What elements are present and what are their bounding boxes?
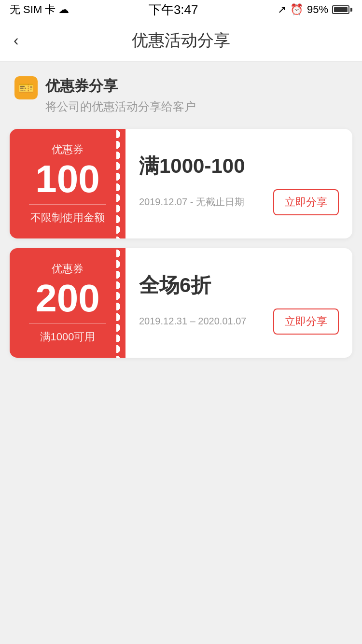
status-left: 无 SIM 卡 ☁ — [10, 2, 69, 17]
coupon-condition-1: 满1000可用 — [40, 330, 96, 344]
coupon-right-0: 满1000-100 2019.12.07 - 无截止日期 立即分享 — [125, 129, 352, 238]
coupon-card-0: 优惠券 100 不限制使用金额 满1000-100 2019.12.07 - 无… — [10, 129, 352, 238]
coupon-divider-0 — [29, 204, 106, 205]
status-time: 下午3:47 — [149, 1, 198, 18]
section-icon: 🎫 — [14, 76, 38, 99]
coupon-footer-0: 2019.12.07 - 无截止日期 立即分享 — [139, 189, 339, 215]
coupon-label-1: 优惠券 — [52, 262, 84, 276]
coupon-card-1: 优惠券 200 满1000可用 全场6折 2019.12.31 – 2020.0… — [10, 248, 352, 358]
section-subtitle: 将公司的优惠活动分享给客户 — [45, 99, 196, 114]
coupon-list: 优惠券 100 不限制使用金额 满1000-100 2019.12.07 - 无… — [0, 124, 362, 367]
coupon-left-0: 优惠券 100 不限制使用金额 — [10, 129, 125, 238]
battery-percent: 95% — [307, 3, 328, 16]
coupon-condition-0: 不限制使用金额 — [30, 210, 105, 225]
page-title: 优惠活动分享 — [132, 29, 230, 52]
share-button-1[interactable]: 立即分享 — [273, 308, 339, 335]
status-right: ↗ ⏰ 95% — [278, 3, 352, 16]
coupon-date-1: 2019.12.31 – 2020.01.07 — [139, 316, 268, 327]
coupon-footer-1: 2019.12.31 – 2020.01.07 立即分享 — [139, 308, 339, 335]
coupon-right-1: 全场6折 2019.12.31 – 2020.01.07 立即分享 — [125, 248, 352, 358]
back-button[interactable]: ‹ — [14, 31, 19, 49]
sim-wifi-label: 无 SIM 卡 ☁ — [10, 2, 69, 17]
section-header: 🎫 优惠券分享 将公司的优惠活动分享给客户 — [0, 62, 362, 124]
coupon-date-0: 2019.12.07 - 无截止日期 — [139, 196, 268, 209]
share-button-0[interactable]: 立即分享 — [273, 189, 339, 215]
coupon-amount-0: 100 — [35, 160, 99, 198]
coupon-amount-1: 200 — [35, 279, 99, 318]
coupon-icon: 🎫 — [18, 81, 34, 96]
coupon-left-1: 优惠券 200 满1000可用 — [10, 248, 125, 358]
empty-area — [0, 367, 362, 609]
status-bar: 无 SIM 卡 ☁ 下午3:47 ↗ ⏰ 95% — [0, 0, 362, 19]
coupon-label-0: 优惠券 — [52, 142, 84, 157]
location-icon: ↗ — [278, 3, 286, 16]
battery-icon — [332, 5, 352, 14]
coupon-name-0: 满1000-100 — [139, 153, 339, 180]
section-text-block: 优惠券分享 将公司的优惠活动分享给客户 — [45, 76, 196, 114]
alarm-icon: ⏰ — [290, 3, 303, 16]
coupon-divider-1 — [29, 323, 106, 324]
section-title: 优惠券分享 — [45, 76, 196, 96]
coupon-name-1: 全场6折 — [139, 272, 339, 299]
nav-bar: ‹ 优惠活动分享 — [0, 19, 362, 62]
